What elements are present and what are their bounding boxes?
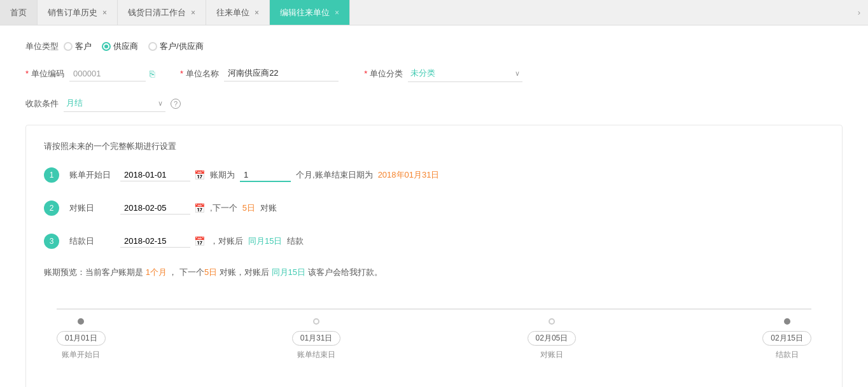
start-date-input[interactable]	[120, 169, 190, 181]
tab-cash-daily-close[interactable]: ×	[191, 8, 195, 17]
period-input[interactable]	[240, 169, 291, 182]
timeline-label-3: 对账日	[540, 349, 563, 360]
tab-edit-partner-unit[interactable]: 编辑往来单位 ×	[270, 0, 350, 25]
timeline-point-4: 02月15日 结款日	[762, 309, 811, 360]
row-num-3: 3	[44, 234, 59, 249]
timeline-dot-2	[313, 318, 319, 325]
tab-bar: 首页 销售订单历史 × 钱货日清工作台 × 往来单位 × 编辑往来单位 × ›	[0, 0, 868, 25]
unit-category-label: 单位分类	[370, 68, 403, 80]
unit-type-label: 单位类型	[25, 41, 59, 52]
row-num-2: 2	[44, 201, 59, 216]
preview-section: 账期预览：当前客户账期是 1个月 ， 下一个5日 对账，对账后 同月15日 该客…	[44, 267, 824, 386]
tab-home[interactable]: 首页	[0, 0, 38, 25]
preview-part2: 下一个	[179, 267, 204, 277]
unit-category-group: * 单位分类 未分类 ∨	[364, 65, 522, 82]
payment-terms-help-icon[interactable]: ?	[171, 99, 181, 109]
unit-code-input[interactable]	[69, 66, 146, 81]
timeline-dot-1	[78, 318, 84, 325]
timeline-dot-4	[784, 318, 790, 325]
payment-terms-label: 收款条件	[25, 98, 59, 109]
timeline-point-1: 01月01日 账单开始日	[57, 309, 106, 360]
unit-type-row: 单位类型 客户 供应商 客户/供应商	[25, 41, 843, 52]
tab-edit-partner-unit-close[interactable]: ×	[335, 8, 339, 17]
timeline-badge-1: 01月01日	[57, 331, 106, 346]
preview-part1: 1个月	[146, 267, 167, 277]
timeline-badge-4: 02月15日	[762, 331, 811, 346]
tab-sales-order-history-close[interactable]: ×	[102, 8, 107, 17]
chevron-right-icon: ›	[858, 8, 860, 17]
tab-sales-order-history-label: 销售订单历史	[48, 7, 97, 18]
unit-code-label: 单位编码	[31, 68, 64, 80]
payment-terms-group: 收款条件 月结 ∨ ?	[25, 95, 181, 112]
tab-expand-button[interactable]: ›	[850, 0, 868, 25]
unit-name-required: *	[180, 69, 183, 78]
payment-terms-select[interactable]: 月结 ∨	[64, 95, 165, 112]
unit-category-required: *	[364, 69, 367, 78]
payment-terms-value: 月结	[66, 97, 153, 109]
timeline-label-2: 账单结束日	[297, 349, 335, 360]
payment-day-highlight: 同月15日	[248, 236, 282, 247]
settings-card: 请按照未来的一个完整帐期进行设置 1 账单开始日 📅 账期为 个月,账单结束日期…	[25, 125, 843, 387]
timeline-label-1: 账单开始日	[62, 349, 100, 360]
reconcile-date-input[interactable]	[120, 202, 190, 215]
setting-row-1: 1 账单开始日 📅 账期为 个月,账单结束日期为 2018年01月31日	[44, 167, 824, 183]
unit-name-label: 单位名称	[186, 68, 219, 80]
row-sep-2b: 对账	[260, 202, 277, 214]
radio-supplier-label: 供应商	[113, 41, 138, 52]
tab-partner-units[interactable]: 往来单位 ×	[206, 0, 270, 25]
preview-part2b: 5日	[204, 267, 217, 277]
unit-info-row: * 单位编码 ⎘ * 单位名称 * 单位分类 未分类 ∨	[25, 65, 843, 82]
unit-type-group: 单位类型 客户 供应商 客户/供应商	[25, 41, 204, 52]
radio-customer[interactable]: 客户	[64, 41, 92, 52]
radio-supplier-circle	[102, 42, 111, 51]
timeline-point-3: 02月05日 对账日	[528, 309, 577, 360]
unit-category-arrow-icon: ∨	[515, 69, 520, 78]
unit-name-input[interactable]	[224, 66, 339, 81]
unit-code-copy-icon[interactable]: ⎘	[150, 69, 155, 79]
tab-partner-units-close[interactable]: ×	[255, 8, 259, 17]
timeline-points: 01月01日 账单开始日 01月31日 账单结束日 02月05日 对账日	[44, 309, 824, 360]
period-end-date: 2018年01月31日	[378, 169, 440, 181]
card-title: 请按照未来的一个完整帐期进行设置	[44, 141, 824, 152]
radio-supplier[interactable]: 供应商	[102, 41, 138, 52]
timeline-container: 01月01日 账单开始日 01月31日 账单结束日 02月05日 对账日	[44, 296, 824, 386]
unit-type-radio-group: 客户 供应商 客户/供应商	[64, 41, 204, 52]
radio-both[interactable]: 客户/供应商	[148, 41, 204, 52]
unit-code-required: *	[25, 69, 29, 78]
timeline-point-2: 01月31日 账单结束日	[292, 309, 341, 360]
unit-name-group: * 单位名称	[180, 66, 339, 81]
row-period-suffix: 个月,账单结束日期为	[296, 169, 373, 181]
radio-both-circle	[148, 42, 157, 51]
row-sep-2a: ,下一个	[210, 202, 237, 214]
preview-sep1: ，	[169, 267, 177, 277]
tab-sales-order-history[interactable]: 销售订单历史 ×	[38, 0, 118, 25]
payment-date-calendar-icon[interactable]: 📅	[194, 236, 205, 246]
row-num-1: 1	[44, 167, 59, 183]
tab-edit-partner-unit-label: 编辑往来单位	[280, 7, 330, 18]
timeline-label-4: 结款日	[776, 349, 799, 360]
radio-both-label: 客户/供应商	[160, 41, 204, 52]
radio-customer-circle	[64, 42, 73, 51]
main-content: 单位类型 客户 供应商 客户/供应商 * 单位编码	[0, 25, 868, 387]
payment-terms-row: 收款条件 月结 ∨ ?	[25, 95, 843, 112]
payment-terms-arrow-icon: ∨	[158, 99, 163, 108]
row-label-2: 对账日	[69, 202, 120, 214]
row-sep-1: 账期为	[210, 169, 235, 181]
payment-date-input[interactable]	[120, 235, 190, 248]
start-date-calendar-icon[interactable]: 📅	[194, 170, 205, 180]
setting-row-2: 2 对账日 📅 ,下一个 5日 对账	[44, 201, 824, 216]
tab-cash-daily-label: 钱货日清工作台	[128, 7, 186, 18]
timeline-dot-3	[549, 318, 555, 325]
preview-label: 账期预览：当前客户账期是	[44, 267, 143, 277]
preview-sep3: 该客户会给我打款。	[308, 267, 382, 277]
tab-partner-units-label: 往来单位	[216, 7, 249, 18]
timeline-badge-2: 01月31日	[292, 331, 341, 346]
reconcile-date-calendar-icon[interactable]: 📅	[194, 203, 205, 213]
preview-text: 账期预览：当前客户账期是 1个月 ， 下一个5日 对账，对账后 同月15日 该客…	[44, 267, 824, 278]
row-sep-3a: ，对账后	[210, 236, 243, 247]
unit-category-select[interactable]: 未分类 ∨	[408, 65, 522, 82]
preview-part3: 同月15日	[272, 267, 305, 277]
tab-cash-daily[interactable]: 钱货日清工作台 ×	[118, 0, 206, 25]
radio-customer-label: 客户	[75, 41, 92, 52]
row-label-3: 结款日	[69, 236, 120, 247]
